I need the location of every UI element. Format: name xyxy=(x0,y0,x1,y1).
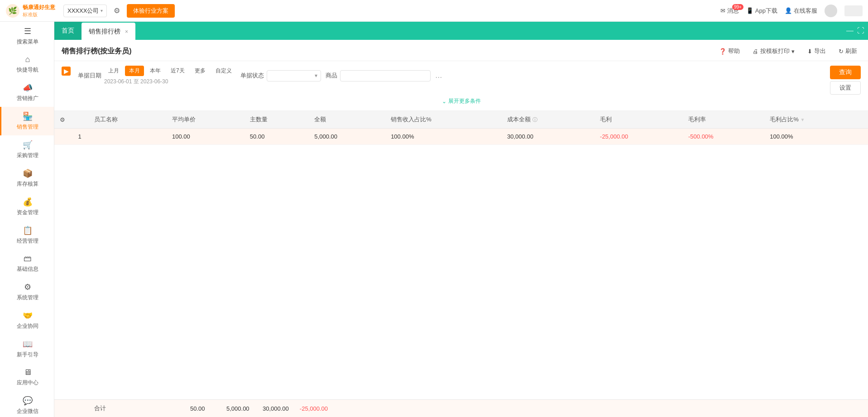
col-header-rank xyxy=(71,111,89,129)
sidebar-item-marketing[interactable]: 📣 营销推广 xyxy=(0,78,54,107)
filter-controls: 单据日期 上月 本月 本年 近7天 更多 自定义 20 xyxy=(78,66,823,86)
cell-profit: -25,000.00 xyxy=(595,129,683,145)
download-icon: 📱 xyxy=(746,7,753,14)
profit-pct-sort-icon[interactable]: ▼ xyxy=(800,117,805,122)
message-button[interactable]: ✉ 消息 99+ xyxy=(720,7,739,15)
col-header-qty: 主数量 xyxy=(245,111,309,129)
sidebar-item-label: 营销推广 xyxy=(17,95,38,102)
logo-area: 🌿 畅康通好生意 标准版 xyxy=(5,4,60,18)
sidebar-item-system[interactable]: ⚙ 系统管理 xyxy=(0,278,54,306)
wechat-icon: 💬 xyxy=(23,396,33,406)
purchase-icon: 🛒 xyxy=(23,140,33,150)
filter-main-row: ▶ 单据日期 上月 本月 本年 近7天 xyxy=(62,66,861,95)
refresh-button[interactable]: ↻ 刷新 xyxy=(835,45,861,57)
date-filter: 单据日期 上月 本月 本年 近7天 更多 自定义 20 xyxy=(78,66,236,86)
table-area: ⚙ 员工名称 平均单价 主数量 xyxy=(54,111,868,399)
col-header-profit-rate: 毛利率 xyxy=(683,111,764,129)
date-range: 2023-06-01 至 2023-06-30 xyxy=(104,78,236,86)
date-btn-this-month[interactable]: 本月 xyxy=(125,66,144,76)
footer-total-label: 合计 xyxy=(94,404,185,412)
goods-more-icon[interactable]: … xyxy=(435,72,442,80)
service-icon: 👤 xyxy=(785,7,792,14)
system-icon: ⚙ xyxy=(24,282,31,292)
svg-text:🌿: 🌿 xyxy=(8,6,17,15)
tab-expand-icon[interactable]: ⛶ xyxy=(857,27,864,35)
sidebar-item-label: 采购管理 xyxy=(17,152,38,159)
sidebar-item-guide[interactable]: 📖 新手引导 xyxy=(0,335,54,363)
sidebar-item-basic-info[interactable]: 🗃 基础信息 xyxy=(0,249,54,278)
status-select[interactable] xyxy=(267,70,321,81)
sidebar-item-apps[interactable]: 🖥 应用中心 xyxy=(0,363,54,391)
sidebar-item-label: 库存核算 xyxy=(17,180,38,188)
date-filter-buttons: 上月 本月 本年 近7天 更多 自定义 xyxy=(104,66,236,76)
sidebar-item-label: 企业微信 xyxy=(17,407,38,415)
export-button[interactable]: ⬇ 导出 xyxy=(804,45,830,57)
tab-bar: 首页 销售排行榜 × — ⛶ xyxy=(54,22,868,40)
goods-input[interactable] xyxy=(340,70,431,81)
refresh-icon: ↻ xyxy=(839,48,844,55)
page-title: 销售排行榜(按业务员) xyxy=(62,47,132,56)
apps-icon: 🖥 xyxy=(24,368,32,377)
online-service-button[interactable]: 👤 在线客服 xyxy=(785,7,817,15)
gear-icon[interactable]: ⚙ xyxy=(110,5,123,17)
cell-amount: 5,000.00 xyxy=(309,129,385,145)
main-layout: ☰ 搜索菜单 ⌂ 快捷导航 📣 营销推广 🏪 销售管理 🛒 采购管理 📦 库存核… xyxy=(0,22,868,417)
expand-conditions-row: ⌄ 展开更多条件 xyxy=(62,95,861,106)
logo-text: 畅康通好生意 标准版 xyxy=(23,4,55,18)
goods-label: 商品 xyxy=(326,72,337,80)
sidebar-item-wechat[interactable]: 💬 企业微信 xyxy=(0,391,54,417)
date-btn-7days[interactable]: 近7天 xyxy=(167,66,189,76)
tab-sales-ranking[interactable]: 销售排行榜 × xyxy=(82,23,135,41)
sidebar-item-search[interactable]: ☰ 搜索菜单 xyxy=(0,22,54,50)
goods-filter: 商品 … xyxy=(326,70,442,81)
date-btn-this-year[interactable]: 本年 xyxy=(146,66,165,76)
table-row: 1 100.00 50.00 xyxy=(54,129,868,145)
sidebar-item-quicknav[interactable]: ⌂ 快捷导航 xyxy=(0,50,54,78)
expand-conditions-button[interactable]: ⌄ 展开更多条件 xyxy=(442,97,481,105)
sidebar-item-inventory[interactable]: 📦 库存核算 xyxy=(0,164,54,192)
help-icon: ❓ xyxy=(719,48,726,55)
col-header-settings[interactable]: ⚙ xyxy=(54,111,71,129)
filter-area: ▶ 单据日期 上月 本月 本年 近7天 xyxy=(54,61,868,111)
app-download-button[interactable]: 📱 App下载 xyxy=(746,7,777,15)
sidebar-item-purchase[interactable]: 🛒 采购管理 xyxy=(0,135,54,164)
sidebar-item-operations[interactable]: 📋 经营管理 xyxy=(0,221,54,249)
print-button[interactable]: 🖨 按模板打印 ▾ xyxy=(749,45,798,57)
company-selector[interactable]: XXXXX公司 ▾ xyxy=(63,5,107,17)
tab-home[interactable]: 首页 xyxy=(54,22,82,40)
trial-button[interactable]: 体验行业方案 xyxy=(127,4,175,18)
sidebar-item-label: 应用中心 xyxy=(17,379,38,387)
settings-button[interactable]: 设置 xyxy=(830,81,861,95)
filter-right-actions: 查询 设置 xyxy=(830,66,861,95)
avatar[interactable] xyxy=(825,5,837,17)
expand-conditions-label: 展开更多条件 xyxy=(448,97,481,105)
sidebar-item-label: 搜索菜单 xyxy=(17,38,38,46)
sidebar-item-sales[interactable]: 🏪 销售管理 xyxy=(0,107,54,135)
sidebar: ☰ 搜索菜单 ⌂ 快捷导航 📣 营销推广 🏪 销售管理 🛒 采购管理 📦 库存核… xyxy=(0,22,54,417)
filter-expand-toggle[interactable]: ▶ xyxy=(62,66,71,76)
col-header-sales-pct: 销售收入占比% xyxy=(385,111,502,129)
sidebar-item-label: 销售管理 xyxy=(17,123,38,131)
cell-rank: 1 xyxy=(71,129,89,145)
search-menu-icon: ☰ xyxy=(24,26,31,36)
date-btn-last-month[interactable]: 上月 xyxy=(104,66,123,76)
expand-icon[interactable]: ▶ xyxy=(62,67,71,76)
tab-close-icon[interactable]: × xyxy=(125,29,128,35)
company-name: XXXXX公司 xyxy=(67,7,99,15)
user-name-area xyxy=(844,5,863,16)
tab-minimize-icon[interactable]: — xyxy=(846,27,854,35)
cell-name xyxy=(89,129,167,145)
query-button[interactable]: 查询 xyxy=(830,66,861,79)
sidebar-item-enterprise[interactable]: 🤝 企业协同 xyxy=(0,306,54,335)
cost-info-icon[interactable]: ⓘ xyxy=(532,117,537,122)
help-button[interactable]: ❓ 帮助 xyxy=(715,45,743,57)
sidebar-item-label: 系统管理 xyxy=(17,294,38,302)
col-header-name: 员工名称 xyxy=(89,111,167,129)
top-header: 🌿 畅康通好生意 标准版 XXXXX公司 ▾ ⚙ 体验行业方案 ✉ 消息 99+… xyxy=(0,0,868,22)
date-btn-custom[interactable]: 自定义 xyxy=(211,66,236,76)
sidebar-item-finance[interactable]: 💰 资金管理 xyxy=(0,192,54,221)
date-btn-more[interactable]: 更多 xyxy=(191,66,210,76)
header-right: ✉ 消息 99+ 📱 App下载 👤 在线客服 xyxy=(720,5,863,17)
cell-avg-price: 100.00 xyxy=(167,129,245,145)
col-header-cost: 成本全额 ⓘ xyxy=(502,111,595,129)
